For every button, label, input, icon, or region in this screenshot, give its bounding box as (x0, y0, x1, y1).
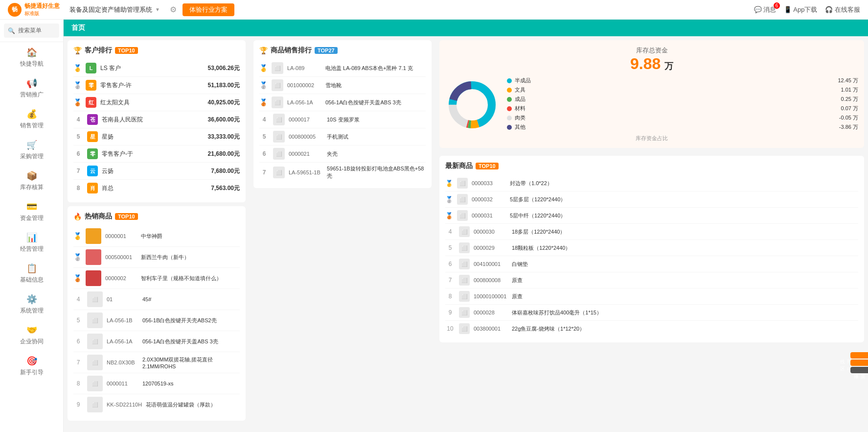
sidebar-item-operations[interactable]: 📊 经营管理 (0, 227, 63, 258)
customer-name: 肖总 (102, 184, 207, 192)
sidebar-item-collab[interactable]: 🤝 企业协同 (0, 320, 63, 351)
product-code: 0000021 (289, 151, 323, 157)
sidebar-item-label: 采购管理 (20, 152, 44, 161)
page-title: 首页 (71, 24, 85, 31)
logo-text: 畅捷通好生意 (24, 2, 60, 10)
inventory-label: 库存总资金 (445, 46, 858, 55)
sidebar-item-sales[interactable]: 💰 销售管理 (0, 104, 63, 135)
customer-name: 云扬 (102, 167, 207, 175)
float-buttons: 客服热线 服务社区 直播 (850, 352, 868, 373)
legend-dot (507, 106, 512, 111)
sidebar-item-label: 销售管理 (20, 121, 44, 130)
sidebar-item-label: 快捷导航 (20, 60, 44, 68)
legend-dot (507, 125, 512, 130)
message-badge[interactable]: 💬 消息 6 (754, 5, 777, 14)
product-name: 中华神爵 (141, 233, 240, 240)
app-download[interactable]: 📱 App下载 (784, 5, 817, 14)
sidebar-item-label: 库存核算 (20, 183, 44, 192)
product-code: NB2.0X30B (107, 360, 138, 365)
topbar-right: 💬 消息 6 📱 App下载 🎧 在线客服 (754, 5, 860, 14)
middle-panels: 🏆 商品销售排行 TOP27 🥇 ⬜ LA-089 电池盖 LA-089 ABS… (250, 36, 435, 432)
float-service-btn[interactable]: 客服热线 (850, 352, 868, 359)
hot-top-badge: TOP10 (115, 213, 138, 220)
product-code: 000800005 (289, 134, 323, 140)
trial-button[interactable]: 体验行业方案 (183, 3, 234, 16)
product-code: LA-056-1A (287, 99, 321, 105)
customer-name: 苍南县人民医院 (102, 116, 204, 124)
np-name: 5层多层（1220*2440） (510, 196, 858, 203)
product-name: 10S 变频罗浆 (327, 116, 426, 123)
sales-badge: TOP27 (315, 47, 338, 54)
customer-amount: 7,680.00元 (211, 167, 240, 175)
np-code: 0000033 (472, 180, 506, 186)
product-name: 新西兰牛肉（新牛） (141, 254, 240, 261)
product-code: 0000017 (289, 117, 323, 122)
float-live-btn[interactable]: 直播 (850, 367, 868, 373)
inventory-ratio-label: 库存资金占比 (445, 135, 858, 142)
sidebar-item-system[interactable]: ⚙️ 系统管理 (0, 289, 63, 320)
search-menu-button[interactable]: 🔍 搜索菜单 (4, 24, 59, 38)
np-code: 0000030 (474, 229, 508, 235)
customer-name: 红太阳文具 (100, 98, 204, 107)
sidebar-item-base[interactable]: 📋 基础信息 (0, 258, 63, 289)
customer-rank-item: 5 星 星扬 33,333.00元 (73, 128, 240, 145)
new-product-item: 5 ⬜ 0000029 18颗粒板（1220*2440） (445, 240, 858, 256)
legend-label: 肉类 (515, 114, 836, 121)
legend-value: -0.05 万 (839, 114, 858, 121)
new-products-panel: 最新商品 TOP10 🥇 ⬜ 0000033 封边带（1.0*22） 🥈 ⬜ 0… (439, 156, 864, 342)
sidebar-item-label: 新手引导 (20, 368, 44, 377)
product-code: LA-056-1A (107, 338, 138, 344)
hot-products-title: 🔥 热销商品 TOP10 (73, 212, 240, 221)
inventory-value: 9.88 万 (445, 55, 858, 73)
np-image: ⬜ (457, 194, 468, 205)
system-selector[interactable]: 装备及固定资产辅助管理系统 ▼ (69, 5, 160, 14)
hot-product-item: 5 ⬜ LA-056-1B 056-1B白色按键开关壳ABS2壳 (73, 310, 240, 331)
product-name: 花语萌值温分罐罐袋（厚款） (146, 401, 240, 408)
product-code: LA-056-1B (107, 317, 138, 323)
hot-product-item: 9 ⬜ KK-SD22110H 花语萌值温分罐罐袋（厚款） (73, 394, 240, 415)
product-code: LA-59651-1B (289, 169, 323, 175)
float-community-btn[interactable]: 服务社区 (850, 360, 868, 366)
sales-rank-item: 6 ⬜ 0000021 夹壳 (259, 145, 426, 163)
inventory-icon: 📦 (26, 170, 37, 181)
search-menu-label: 搜索菜单 (18, 26, 42, 35)
np-name: 18颗粒板（1220*2440） (512, 244, 858, 252)
legend-dot (507, 78, 512, 83)
content-header: 首页 (64, 20, 868, 36)
sidebar-item-marketing[interactable]: 📢 营销推广 (0, 73, 63, 104)
np-name: 白钢垫 (512, 261, 858, 268)
sales-ranking-panel: 🏆 商品销售排行 TOP27 🥇 ⬜ LA-089 电池盖 LA-089 ABS… (253, 40, 432, 188)
hot-product-item: 8 ⬜ 0000011 12070519-xs (73, 373, 240, 394)
sidebar-item-inventory[interactable]: 📦 库存核算 (0, 166, 63, 196)
product-name: 雪地靴 (325, 82, 426, 89)
collab-icon: 🤝 (26, 325, 37, 336)
online-service[interactable]: 🎧 在线客服 (825, 5, 860, 14)
sidebar-item-home[interactable]: 🏠 快捷导航 (0, 42, 63, 73)
np-image: ⬜ (457, 178, 468, 189)
customer-amount: 40,925.00元 (208, 98, 240, 107)
product-name: 智利车子里（规格不知道填什么） (141, 275, 240, 282)
customer-rank-item: 7 云 云扬 7,680.00元 (73, 163, 240, 180)
hot-product-item: 4 ⬜ 01 45# (73, 289, 240, 310)
sidebar-item-finance[interactable]: 💳 资金管理 (0, 196, 63, 227)
legend-label: 文具 (515, 86, 838, 94)
np-name: 5层中纤（1220*2440） (510, 212, 858, 219)
hot-product-item: 7 ⬜ NB2.0X30B 2.0X30MM双搓花轴,搓花直径2.1MM/ROH… (73, 352, 240, 373)
sidebar-item-label: 基础信息 (20, 276, 44, 284)
customer-amount: 53,006.26元 (208, 64, 240, 72)
legend-item: 肉类 -0.05 万 (507, 114, 858, 121)
new-product-item: 4 ⬜ 0000030 18多层（1220*2440） (445, 224, 858, 240)
np-code: 0000031 (472, 213, 506, 218)
sidebar-item-guide[interactable]: 🎯 新手引导 (0, 351, 63, 382)
customer-avatar: 红 (86, 97, 96, 108)
legend-dot (507, 116, 512, 120)
legend-label: 材料 (515, 105, 838, 112)
product-name: 056-1A白色按键开关盖ABS 3壳 (142, 338, 240, 345)
legend-label: 成品 (515, 96, 838, 103)
trophy-icon: 🏆 (73, 47, 82, 54)
gear-button[interactable]: ⚙ (170, 5, 177, 14)
sidebar-item-purchase[interactable]: 🛒 采购管理 (0, 135, 63, 166)
legend-item: 半成品 12.45 万 (507, 77, 858, 84)
customer-rank-item: 🥇 L LS 客户 53,006.26元 (73, 60, 240, 77)
product-name: 手机测试 (327, 133, 426, 141)
